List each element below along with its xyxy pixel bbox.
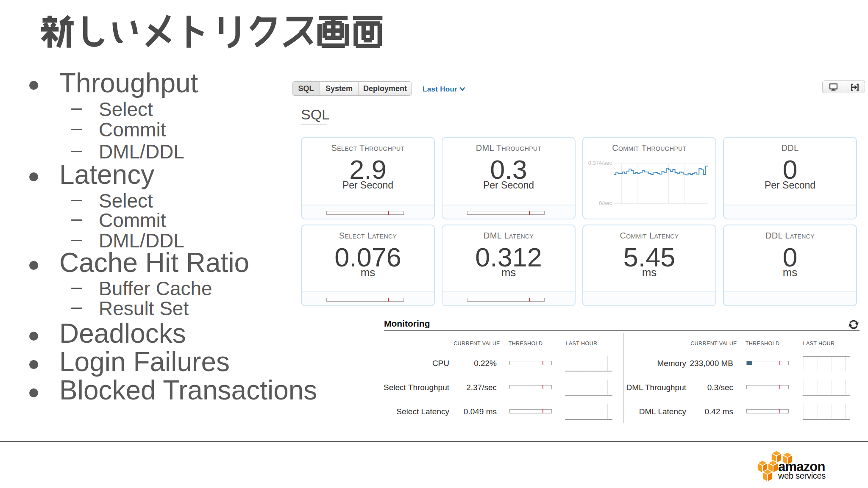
svg-text:web services: web services bbox=[778, 471, 826, 480]
